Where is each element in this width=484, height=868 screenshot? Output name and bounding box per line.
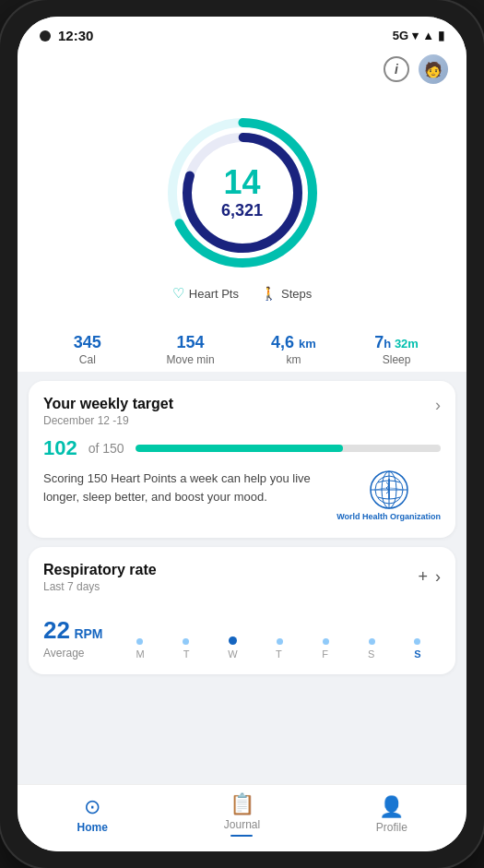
- top-bar: i 🧑: [18, 51, 466, 91]
- weekly-target-header: Your weekly target December 12 -19 ›: [43, 396, 441, 427]
- km-label: km: [242, 353, 346, 366]
- weekly-target-card[interactable]: Your weekly target December 12 -19 › 102…: [29, 381, 455, 538]
- weekly-target-chevron: ›: [435, 396, 441, 415]
- network-label: 5G: [393, 29, 408, 42]
- stat-cal: 345 Cal: [36, 333, 139, 366]
- dot-col-1: [183, 611, 189, 645]
- info-icon: i: [395, 62, 398, 77]
- target-of-total: of 150: [89, 441, 124, 456]
- cal-label: Cal: [36, 353, 139, 366]
- cal-value: 345: [36, 333, 139, 352]
- dot-col-6: [414, 612, 420, 645]
- respiratory-title-group: Respiratory rate Last 7 days: [43, 562, 157, 593]
- status-time: 12:30: [58, 28, 93, 43]
- dot-col-2: [229, 636, 237, 645]
- day-0: M: [131, 648, 149, 660]
- weekly-target-title-group: Your weekly target December 12 -19: [43, 396, 173, 427]
- dots-row: [117, 602, 441, 648]
- journal-icon: 📋: [230, 792, 254, 816]
- respiratory-actions: + ›: [418, 567, 441, 587]
- bottom-nav: ⊙ Home 📋 Journal 👤 Profile: [18, 784, 466, 851]
- ring-legend: ♡ Heart Pts 🚶 Steps: [172, 285, 312, 302]
- day-4: F: [316, 648, 335, 660]
- target-current: 102: [43, 436, 77, 460]
- dot-2: [229, 636, 237, 645]
- journal-label: Journal: [224, 818, 260, 831]
- phone-frame: 12:30 5G ▾ ▲ ▮ i 🧑: [0, 0, 484, 868]
- info-button[interactable]: i: [384, 56, 409, 82]
- progress-bar-fill: [136, 445, 343, 452]
- respiratory-body: 22 RPM Average: [43, 602, 441, 660]
- target-progress: 102 of 150: [43, 436, 441, 460]
- dot-col-4: [323, 612, 329, 645]
- dot-3: [277, 638, 283, 645]
- steps-legend: 🚶 Steps: [261, 286, 312, 301]
- dot-6: [414, 638, 420, 645]
- phone-screen: 12:30 5G ▾ ▲ ▮ i 🧑: [18, 17, 466, 851]
- respiratory-unit: RPM: [74, 626, 102, 641]
- signal-icon: ▲: [422, 29, 434, 42]
- heart-pts-label: Heart Pts: [189, 287, 239, 301]
- day-6: S: [408, 648, 427, 660]
- respiratory-title: Respiratory rate: [43, 562, 157, 578]
- respiratory-header: Respiratory rate Last 7 days + ›: [43, 562, 441, 593]
- resp-chevron[interactable]: ›: [435, 567, 441, 587]
- ring-center: 14 6,321: [221, 164, 263, 220]
- home-icon: ⊙: [84, 795, 100, 819]
- dot-1: [183, 638, 189, 645]
- home-label: Home: [77, 821, 107, 834]
- progress-bar-bg: [136, 445, 441, 452]
- stat-km: 4,6 km km: [242, 333, 346, 366]
- move-label: Move min: [139, 353, 242, 366]
- add-button[interactable]: +: [418, 567, 428, 587]
- day-3: T: [269, 648, 288, 660]
- steps-icon: 🚶: [261, 286, 277, 301]
- respiratory-subtitle: Last 7 days: [43, 580, 157, 593]
- stat-move: 154 Move min: [139, 333, 242, 366]
- stat-sleep: 7h 32m Sleep: [345, 333, 448, 366]
- who-emblem-svg: [369, 470, 409, 510]
- avatar[interactable]: 🧑: [419, 54, 448, 84]
- respiratory-chart: M T W T F S S: [117, 602, 441, 660]
- day-2: W: [223, 648, 242, 660]
- steps-label: Steps: [281, 287, 312, 301]
- camera-dot: [40, 30, 51, 42]
- day-5: S: [362, 648, 381, 660]
- heart-pts-legend: ♡ Heart Pts: [172, 285, 239, 302]
- heart-icon: ♡: [172, 285, 184, 302]
- day-1: T: [177, 648, 195, 660]
- respiratory-value: 22: [43, 616, 70, 644]
- weekly-target-desc: Scoring 150 Heart Points a week can help…: [43, 470, 327, 505]
- status-right: 5G ▾ ▲ ▮: [393, 29, 444, 42]
- stats-row: 345 Cal 154 Move min 4,6 km km: [18, 320, 466, 372]
- weekly-target-date: December 12 -19: [43, 414, 173, 427]
- sleep-value: 7h 32m: [345, 333, 448, 352]
- dot-0: [136, 638, 143, 645]
- dot-4: [323, 638, 329, 645]
- weekly-target-title: Your weekly target: [43, 396, 173, 412]
- dot-col-3: [277, 615, 283, 645]
- profile-icon: 👤: [379, 795, 404, 819]
- avatar-icon: 🧑: [424, 61, 443, 78]
- move-value: 154: [139, 333, 242, 352]
- profile-label: Profile: [376, 821, 407, 834]
- dot-col-5: [369, 612, 375, 645]
- respiratory-label: Average: [43, 647, 117, 660]
- wifi-icon: ▾: [412, 29, 419, 42]
- status-bar: 12:30 5G ▾ ▲ ▮: [18, 17, 466, 51]
- respiratory-value-row: 22 RPM: [43, 616, 117, 645]
- steps-value: 6,321: [221, 201, 263, 221]
- weekly-target-body: Scoring 150 Heart Points a week can help…: [43, 470, 441, 523]
- nav-journal[interactable]: 📋 Journal: [167, 792, 316, 837]
- status-left: 12:30: [40, 28, 93, 43]
- km-value: 4,6 km: [242, 333, 346, 352]
- respiratory-card: Respiratory rate Last 7 days + › 22 RPM: [29, 547, 455, 674]
- dot-col-0: [136, 620, 143, 645]
- sleep-label: Sleep: [345, 353, 448, 366]
- nav-home[interactable]: ⊙ Home: [18, 795, 167, 834]
- battery-icon: ▮: [438, 29, 444, 42]
- ring-section: 14 6,321 ♡ Heart Pts 🚶 Steps: [18, 91, 466, 320]
- dot-5: [369, 638, 375, 645]
- nav-profile[interactable]: 👤 Profile: [317, 795, 466, 834]
- journal-indicator: [230, 835, 253, 837]
